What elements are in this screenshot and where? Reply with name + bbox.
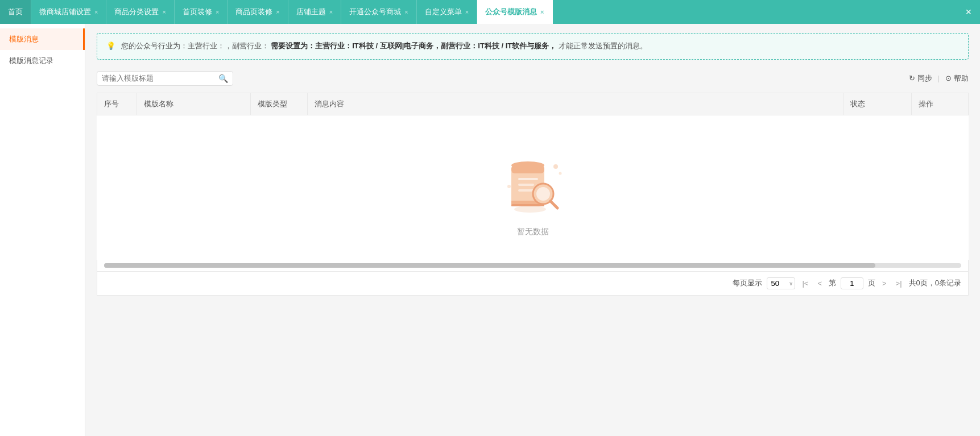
search-input-wrap[interactable]: 🔍	[97, 71, 233, 86]
tab-store-theme[interactable]: 店铺主题 ×	[288, 0, 341, 24]
search-icon[interactable]: 🔍	[218, 74, 228, 83]
empty-illustration	[499, 150, 567, 218]
close-tab-category[interactable]: ×	[162, 9, 166, 15]
main-content: 💡 您的公众号行业为：主营行业：，副营行业： 需要设置为：主营行业：IT科技 /…	[85, 24, 980, 436]
svg-point-14	[507, 185, 511, 188]
notice-highlight: 需要设置为：主营行业：IT科技 / 互联网|电子商务，副营行业：IT科技 / I…	[271, 41, 556, 50]
tab-store-settings[interactable]: 微商城店铺设置 ×	[31, 0, 106, 24]
close-tab-home-decor[interactable]: ×	[216, 9, 219, 15]
svg-point-12	[553, 164, 558, 169]
search-bar: 🔍 ↻ 同步 | ⊙ 帮助	[97, 71, 969, 86]
tab-category-settings[interactable]: 商品分类设置 ×	[106, 0, 174, 24]
prev-page-button[interactable]: <	[815, 278, 824, 289]
empty-text: 暂无数据	[517, 227, 549, 237]
page-label: 页	[868, 278, 875, 288]
svg-rect-4	[511, 204, 544, 206]
tab-custom-menu[interactable]: 自定义菜单 ×	[417, 0, 477, 24]
close-tab-template-message[interactable]: ×	[540, 9, 544, 15]
col-header-status: 状态	[843, 93, 912, 115]
svg-point-0	[514, 206, 546, 213]
close-all-icon: ✕	[965, 7, 972, 16]
notice-banner: 💡 您的公众号行业为：主营行业：，副营行业： 需要设置为：主营行业：IT科技 /…	[97, 33, 969, 60]
data-table: 序号 模版名称 模版类型 消息内容 状态 操作	[97, 93, 969, 260]
col-header-content: 消息内容	[308, 93, 843, 115]
sync-icon: ↻	[909, 74, 915, 82]
page-di-label: 第	[829, 278, 836, 288]
total-info: 共0页，0条记录	[909, 278, 961, 288]
notice-suffix: 才能正常发送预置的消息。	[559, 41, 647, 50]
per-page-wrapper: 50 20 100	[767, 277, 795, 289]
tab-template-message[interactable]: 公众号模版消息 ×	[477, 0, 552, 24]
svg-point-13	[559, 172, 561, 175]
notice-prefix: 您的公众号行业为：主营行业：，副营行业：	[121, 41, 269, 50]
table-header-row: 序号 模版名称 模版类型 消息内容 状态 操作	[97, 93, 969, 115]
empty-svg	[499, 150, 567, 218]
per-page-select[interactable]: 50 20 100	[767, 277, 795, 289]
svg-point-5	[511, 161, 544, 169]
pagination: 每页显示 50 20 100 |< < 第 页 > >| 共0页，0条记录	[97, 272, 969, 296]
action-divider: |	[938, 74, 940, 82]
help-button[interactable]: ⊙ 帮助	[945, 73, 969, 84]
col-header-type: 模版类型	[251, 93, 308, 115]
per-page-label: 每页显示	[733, 278, 762, 288]
tab-product-decor[interactable]: 商品页装修 ×	[228, 0, 288, 24]
close-tab-product-decor[interactable]: ×	[276, 9, 279, 15]
sidebar: 模版消息 模版消息记录	[0, 24, 85, 436]
next-page-button[interactable]: >	[880, 278, 889, 289]
sync-button[interactable]: ↻ 同步	[909, 73, 932, 84]
svg-rect-7	[518, 184, 534, 186]
top-navigation: 首页 微商城店铺设置 × 商品分类设置 × 首页装修 × 商品页装修 × 店铺主…	[0, 0, 980, 24]
empty-state: 暂无数据	[97, 115, 969, 260]
sidebar-item-template-message[interactable]: 模版消息	[0, 28, 85, 50]
close-tab-custom-menu[interactable]: ×	[465, 9, 469, 15]
col-header-index: 序号	[97, 93, 137, 115]
col-header-action: 操作	[912, 93, 969, 115]
sidebar-item-template-record[interactable]: 模版消息记录	[0, 50, 85, 72]
tab-open-store[interactable]: 开通公众号商城 ×	[341, 0, 416, 24]
col-header-name: 模版名称	[137, 93, 251, 115]
scroll-thumb	[104, 263, 875, 268]
help-icon: ⊙	[945, 74, 952, 82]
tab-home[interactable]: 首页	[0, 0, 31, 24]
svg-point-10	[536, 187, 550, 201]
close-tab-store-theme[interactable]: ×	[329, 9, 333, 15]
page-input[interactable]	[841, 277, 863, 289]
svg-line-11	[551, 201, 557, 208]
close-tab-open-store[interactable]: ×	[404, 9, 408, 15]
main-layout: 模版消息 模版消息记录 💡 您的公众号行业为：主营行业：，副营行业： 需要设置为…	[0, 24, 980, 436]
empty-row: 暂无数据	[97, 115, 969, 260]
bulb-icon: 💡	[106, 41, 115, 50]
search-actions: ↻ 同步 | ⊙ 帮助	[909, 73, 969, 84]
close-tab-store-settings[interactable]: ×	[94, 9, 98, 15]
svg-rect-6	[518, 178, 538, 180]
tab-home-decor[interactable]: 首页装修 ×	[175, 0, 228, 24]
close-all-tabs-button[interactable]: ✕	[957, 0, 980, 24]
scroll-bar-row	[97, 260, 969, 272]
scroll-track[interactable]	[104, 263, 961, 268]
search-input[interactable]	[102, 74, 218, 82]
first-page-button[interactable]: |<	[800, 278, 811, 289]
last-page-button[interactable]: >|	[894, 278, 904, 289]
